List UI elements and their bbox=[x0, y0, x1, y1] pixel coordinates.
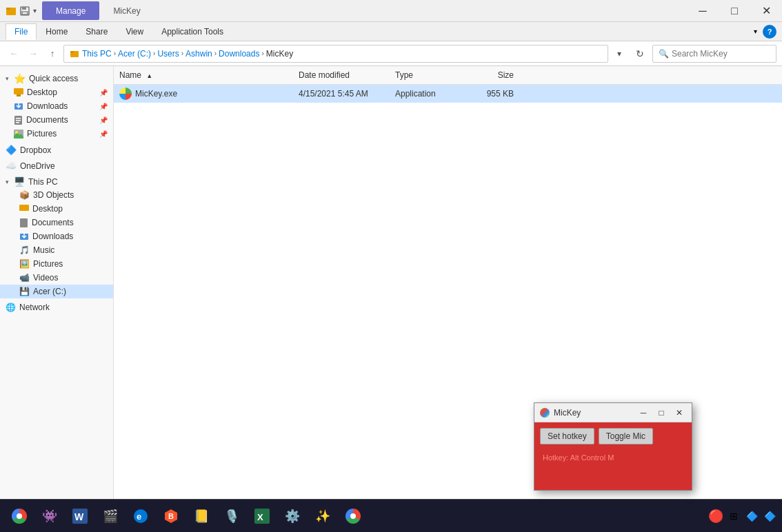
taskbar-brave-icon[interactable]: B bbox=[157, 502, 185, 530]
file-cell-name-mickey: MicKey.exe bbox=[114, 86, 293, 101]
sidebar-item-music[interactable]: 🎵 Music bbox=[0, 243, 113, 257]
tray-icon-1[interactable]: 🔴 bbox=[709, 509, 723, 523]
search-icon: 🔍 bbox=[659, 49, 669, 59]
mickey-popup: MicKey ─ □ ✕ Set hotkey Toggle Mic Hotke… bbox=[534, 402, 692, 491]
svg-rect-3 bbox=[22, 7, 26, 10]
pin-icon-pictures: 📌 bbox=[99, 130, 108, 138]
dropbox-label: Dropbox bbox=[20, 145, 51, 155]
ribbon-tab-view[interactable]: View bbox=[117, 23, 152, 40]
mickey-title-icon bbox=[540, 408, 550, 418]
pin-icon-desktop: 📌 bbox=[99, 89, 108, 96]
save-icon[interactable] bbox=[19, 6, 30, 17]
col-header-date[interactable]: Date modified bbox=[293, 69, 390, 81]
sidebar-item-documents-quick[interactable]: Documents 📌 bbox=[0, 113, 113, 127]
tray-icon-dropbox[interactable]: 🔷 bbox=[763, 509, 776, 523]
onedrive-icon: ☁️ bbox=[6, 161, 17, 171]
tray-icon-3[interactable]: 🔷 bbox=[745, 509, 759, 523]
taskbar-edge-icon[interactable]: e bbox=[127, 502, 154, 530]
file-row-mickey[interactable]: MicKey.exe 4/15/2021 5:45 AM Application… bbox=[114, 85, 782, 103]
path-thispc: This PC bbox=[82, 49, 112, 59]
tray-icon-2[interactable]: ⊞ bbox=[727, 509, 741, 523]
title-bar-icons: ▾ bbox=[0, 6, 42, 17]
col-header-type[interactable]: Type bbox=[390, 69, 472, 81]
file-cell-type-mickey: Application bbox=[390, 88, 472, 100]
ribbon-tab-home[interactable]: Home bbox=[37, 23, 77, 40]
search-input[interactable] bbox=[672, 49, 775, 59]
taskbar-settings-icon[interactable]: ⚙️ bbox=[279, 502, 306, 530]
ribbon-tab-file[interactable]: File bbox=[6, 23, 37, 40]
taskbar-excel-icon[interactable]: X bbox=[248, 502, 276, 530]
tab-manage[interactable]: Manage bbox=[42, 1, 99, 20]
sidebar-item-pictures-quick[interactable]: Pictures 📌 bbox=[0, 127, 113, 141]
taskbar-icon-9[interactable]: ✨ bbox=[309, 502, 337, 530]
sidebar-item-downloads-quick[interactable]: Downloads 📌 bbox=[0, 99, 113, 113]
ribbon-tab-application-tools[interactable]: Application Tools bbox=[152, 23, 232, 40]
mickey-minimize-button[interactable]: ─ bbox=[636, 406, 650, 420]
mickey-close-button[interactable]: ✕ bbox=[672, 406, 686, 420]
this-pc-label: This PC bbox=[28, 177, 58, 187]
sidebar-item-3dobjects[interactable]: 📦 3D Objects bbox=[0, 188, 113, 202]
taskbar-icon-7[interactable]: 🎙️ bbox=[218, 502, 245, 530]
sidebar-network[interactable]: 🌐 Network bbox=[0, 298, 113, 314]
quick-access-label: Quick access bbox=[29, 74, 78, 83]
forward-button[interactable]: → bbox=[25, 45, 41, 62]
sidebar-quick-access[interactable]: ▾ ⭐ Quick access bbox=[0, 69, 113, 85]
ribbon-collapse-icon[interactable]: ▾ bbox=[748, 25, 763, 38]
path-arrow-2: › bbox=[153, 50, 155, 57]
sidebar-item-desktop-quick[interactable]: Desktop 📌 bbox=[0, 85, 113, 99]
title-bar-tabs: Manage MicKey bbox=[42, 0, 687, 21]
svg-rect-4 bbox=[22, 12, 28, 14]
mickey-buttons: Set hotkey Toggle Mic bbox=[540, 428, 686, 444]
sidebar-item-pictures-pc[interactable]: 🖼️ Pictures bbox=[0, 257, 113, 271]
taskbar-icon-6[interactable]: 📒 bbox=[188, 502, 215, 530]
sidebar-item-desktop-pc[interactable]: Desktop bbox=[0, 202, 113, 216]
pin-icon-documents: 📌 bbox=[99, 116, 108, 124]
col-header-size[interactable]: Size bbox=[472, 69, 528, 81]
maximize-button[interactable]: □ bbox=[719, 0, 750, 22]
help-icon[interactable]: ? bbox=[763, 25, 776, 39]
sidebar-pictures-pc-label: Pictures bbox=[33, 259, 63, 269]
dropbox-icon: 🔷 bbox=[6, 145, 17, 155]
taskbar-word-icon[interactable]: W bbox=[66, 502, 94, 530]
taskbar-right: 🔴 ⊞ 🔷 🔷 bbox=[709, 509, 776, 523]
title-bar-dropdown[interactable]: ▾ bbox=[33, 7, 37, 14]
sidebar-onedrive[interactable]: ☁️ OneDrive bbox=[0, 156, 113, 172]
toggle-mic-button[interactable]: Toggle Mic bbox=[599, 428, 653, 444]
set-hotkey-button[interactable]: Set hotkey bbox=[540, 428, 594, 444]
svg-rect-11 bbox=[16, 118, 21, 119]
sidebar-this-pc-header[interactable]: ▾ 🖥️ This PC bbox=[0, 172, 113, 188]
address-path[interactable]: This PC › Acer (C:) › Users › Ashwin › D… bbox=[63, 45, 608, 63]
sidebar-videos-label: Videos bbox=[33, 273, 58, 283]
sort-arrow-name: ▲ bbox=[146, 72, 152, 79]
address-dropdown-icon[interactable]: ▾ bbox=[611, 49, 628, 59]
path-drive: Acer (C:) bbox=[118, 49, 151, 59]
music-icon: 🎵 bbox=[19, 245, 30, 255]
up-button[interactable]: ↑ bbox=[44, 45, 61, 62]
thispc-icon: 🖥️ bbox=[14, 176, 25, 187]
sidebar-item-documents-pc[interactable]: Documents bbox=[0, 216, 113, 229]
taskbar-icon-2[interactable]: 👾 bbox=[36, 502, 63, 530]
close-button[interactable]: ✕ bbox=[750, 0, 782, 22]
path-mickey: MicKey bbox=[266, 49, 293, 59]
mickey-maximize-button[interactable]: □ bbox=[654, 406, 668, 420]
mickey-content: Set hotkey Toggle Mic Hotkey: Alt Contro… bbox=[534, 422, 692, 490]
taskbar-chrome2-icon[interactable] bbox=[339, 502, 367, 530]
sidebar-item-downloads-pc[interactable]: Downloads bbox=[0, 229, 113, 243]
back-button[interactable]: ← bbox=[6, 45, 22, 62]
sidebar-downloads-quick-label: Downloads bbox=[27, 101, 68, 111]
sidebar-item-videos[interactable]: 📹 Videos bbox=[0, 271, 113, 285]
svg-rect-13 bbox=[16, 122, 19, 123]
svg-point-15 bbox=[15, 131, 18, 134]
taskbar-chrome-icon[interactable] bbox=[6, 502, 33, 530]
refresh-button[interactable]: ↻ bbox=[630, 44, 650, 63]
mickey-hotkey-text: Hotkey: Alt Control M bbox=[543, 453, 614, 462]
sidebar-dropbox[interactable]: 🔷 Dropbox bbox=[0, 141, 113, 156]
taskbar-video-icon[interactable]: 🎬 bbox=[97, 502, 124, 530]
svg-rect-8 bbox=[17, 94, 21, 96]
sidebar-item-acer-c[interactable]: 💾 Acer (C:) bbox=[0, 285, 113, 298]
ribbon-tab-share[interactable]: Share bbox=[77, 23, 117, 40]
file-list-header: Name ▲ Date modified Type Size bbox=[114, 66, 782, 85]
svg-rect-16 bbox=[19, 205, 29, 211]
minimize-button[interactable]: ─ bbox=[687, 0, 719, 22]
col-header-name[interactable]: Name ▲ bbox=[114, 69, 293, 81]
